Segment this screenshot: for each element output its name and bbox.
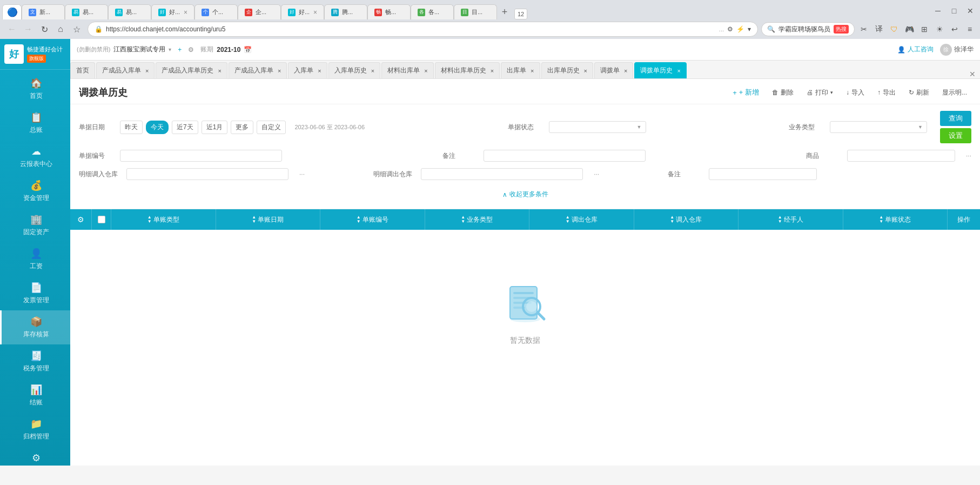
export-button[interactable]: ↑ 导出 <box>873 86 900 99</box>
display-button[interactable]: 显示明... <box>938 86 971 99</box>
url-bar[interactable]: 🔒 https://cloud.chanjet.com/accounting/u… <box>88 22 758 37</box>
status-select[interactable] <box>549 121 646 133</box>
sidebar-item-archive[interactable]: 📁 归档管理 <box>0 413 70 447</box>
maximize-button[interactable]: □ <box>947 3 962 18</box>
out-wh-ellipsis[interactable]: ··· <box>594 170 599 178</box>
date-btn-7days[interactable]: 近7天 <box>172 121 198 134</box>
sidebar-item-reports[interactable]: ☁ 云报表中心 <box>0 140 70 174</box>
in-wh-input[interactable] <box>126 168 288 180</box>
remark2-input[interactable] <box>709 168 817 180</box>
minimize-button[interactable]: ─ <box>930 3 945 18</box>
menu-icon[interactable]: ≡ <box>964 23 976 35</box>
date-btn-1month[interactable]: 近1月 <box>202 121 228 134</box>
page-tab-10[interactable]: 调拨单 × <box>594 62 633 78</box>
th-type[interactable]: ▲▼ 单账类型 <box>111 209 216 230</box>
undo-icon[interactable]: ↩ <box>949 23 961 35</box>
reload-button[interactable]: ↻ <box>37 22 52 37</box>
shield-icon[interactable]: 🛡 <box>888 23 900 35</box>
sidebar-item-basic[interactable]: ⚙ 基础设置 <box>0 447 70 466</box>
close-pt2[interactable]: × <box>218 68 221 74</box>
company-selector[interactable]: (勿删勿禁用) 江西服宝测试专用 ▾ <box>77 45 171 54</box>
page-tab-1[interactable]: 产成品入库单 × <box>96 62 155 78</box>
browser-tab-2[interactable]: 易 易... <box>65 4 108 19</box>
close-pt11[interactable]: × <box>677 68 680 74</box>
th-checkbox[interactable] <box>92 209 111 230</box>
close-pt3[interactable]: × <box>278 68 281 74</box>
grid-icon[interactable]: ⊞ <box>918 23 930 35</box>
table-settings-icon[interactable]: ⚙ <box>77 215 84 224</box>
page-tab-3[interactable]: 产成品入库单 × <box>229 62 287 78</box>
page-tab-4[interactable]: 入库单 × <box>288 62 327 78</box>
import-button[interactable]: ↓ 导入 <box>842 86 869 99</box>
sidebar-item-ledger[interactable]: 📋 总账 <box>0 106 70 140</box>
close-pt5[interactable]: × <box>371 68 374 74</box>
sidebar-item-inventory[interactable]: 📦 库存核算 <box>0 310 70 344</box>
print-button[interactable]: 🖨 打印 ▾ <box>802 86 837 99</box>
close-button[interactable]: ✕ <box>963 3 978 18</box>
add-button[interactable]: + + 新增 <box>728 85 763 99</box>
close-pt9[interactable]: × <box>584 68 587 74</box>
browser-tab-6[interactable]: 企 企... <box>238 4 281 19</box>
th-date[interactable]: ▲▼ 单账日期 <box>216 209 321 230</box>
product-ellipsis[interactable]: ··· <box>966 152 971 160</box>
page-tab-6[interactable]: 材料出库单 × <box>381 62 433 78</box>
out-wh-input[interactable] <box>421 168 583 180</box>
browser-tab-10[interactable]: 各 各... <box>411 4 454 19</box>
date-btn-today[interactable]: 今天 <box>146 121 169 134</box>
scissors-icon[interactable]: ✂ <box>858 23 870 35</box>
sidebar-item-home[interactable]: 🏠 首页 <box>0 72 70 106</box>
delete-button[interactable]: 🗑 删除 <box>768 86 798 99</box>
close-tab-7[interactable]: × <box>313 9 317 16</box>
translate-icon[interactable]: 译 <box>873 23 885 35</box>
page-tab-9[interactable]: 出库单历史 × <box>541 62 593 78</box>
user-info[interactable]: 徐 徐泽华 <box>940 44 974 56</box>
close-pt7[interactable]: × <box>491 68 494 74</box>
browser-tab-4[interactable]: 好 好... × <box>151 4 194 19</box>
date-btn-yesterday[interactable]: 昨天 <box>120 121 143 134</box>
th-handler[interactable]: ▲▼ 经手人 <box>739 209 843 230</box>
th-settings[interactable]: ⚙ <box>70 209 92 230</box>
remark-input[interactable] <box>484 150 646 162</box>
sidebar-item-funds[interactable]: 💰 资金管理 <box>0 174 70 208</box>
biz-type-select[interactable] <box>830 121 927 133</box>
settings-button[interactable]: 设置 <box>940 128 971 143</box>
page-tab-7[interactable]: 材料出库单历史 × <box>435 62 500 78</box>
close-pt4[interactable]: × <box>318 68 321 74</box>
select-all-checkbox[interactable] <box>98 216 105 223</box>
browser-tab-8[interactable]: 腾 腾... <box>324 4 367 19</box>
close-pt1[interactable]: × <box>145 68 149 74</box>
th-out-wh[interactable]: ▲▼ 调出仓库 <box>529 209 634 230</box>
browser-tab-11[interactable]: 目 目... <box>454 4 497 19</box>
sidebar-item-invoice[interactable]: 📄 发票管理 <box>0 276 70 310</box>
sidebar-item-assets[interactable]: 🏢 固定资产 <box>0 208 70 242</box>
new-tab-button[interactable]: + <box>497 4 512 19</box>
page-tab-8[interactable]: 出库单 × <box>501 62 540 78</box>
page-tab-home[interactable]: 首页 <box>70 62 95 78</box>
close-tab-4[interactable]: × <box>184 9 187 16</box>
th-in-wh[interactable]: ▲▼ 调入仓库 <box>634 209 739 230</box>
page-tab-11[interactable]: 调拨单历史 × <box>634 62 686 78</box>
page-tab-2[interactable]: 产成品入库单历史 × <box>156 62 227 78</box>
period-selector[interactable]: 账期 2021-10 📅 <box>200 45 252 54</box>
browser-tab-1[interactable]: 文 新... <box>22 4 65 19</box>
product-input[interactable] <box>847 150 955 162</box>
browser-home-tab[interactable]: 🔵 <box>2 4 22 19</box>
th-number[interactable]: ▲▼ 单账编号 <box>320 209 425 230</box>
browser-tab-7[interactable]: 好 好... × <box>281 4 324 19</box>
close-pt8[interactable]: × <box>531 68 534 74</box>
th-status[interactable]: ▲▼ 单账状态 <box>843 209 948 230</box>
forward-button[interactable]: → <box>21 22 36 37</box>
page-tab-5[interactable]: 入库单历史 × <box>328 62 380 78</box>
sidebar-item-settlement[interactable]: 📊 结账 <box>0 378 70 413</box>
in-wh-ellipsis[interactable]: ··· <box>299 170 305 178</box>
refresh-button[interactable]: ↻ 刷新 <box>904 86 934 99</box>
browser-tab-9[interactable]: 畅 畅... <box>367 4 411 19</box>
close-pt10[interactable]: × <box>624 68 627 74</box>
th-biz-type[interactable]: ▲▼ 业务类型 <box>425 209 530 230</box>
date-btn-more[interactable]: 更多 <box>231 121 253 134</box>
game-icon[interactable]: 🎮 <box>903 23 915 35</box>
query-button[interactable]: 查询 <box>940 111 971 126</box>
close-pt6[interactable]: × <box>424 68 427 74</box>
consult-button[interactable]: 👤 人工咨询 <box>897 45 934 54</box>
sidebar-item-salary[interactable]: 👤 工资 <box>0 242 70 276</box>
